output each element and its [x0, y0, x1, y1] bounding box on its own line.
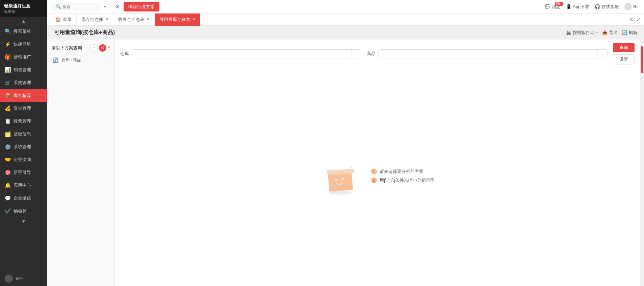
filter-add-btn[interactable]: +: [90, 44, 98, 52]
topbar-search-box[interactable]: 🔍: [53, 3, 100, 10]
tab-receive-summary[interactable]: 收发存汇总表 ✕: [113, 14, 155, 26]
gear-icon[interactable]: ⚙: [115, 3, 120, 10]
inventory-icon: 📦: [5, 93, 11, 99]
service-label: 在线客服: [601, 4, 619, 10]
system-icon: ⚙️: [5, 144, 11, 150]
sidebar-item-label: 新手引导: [14, 170, 31, 176]
sidebar-item-sales[interactable]: 📊 销售管理: [0, 63, 47, 76]
warehouse-label: 仓库: [120, 51, 129, 57]
chevron-down-icon[interactable]: ▾: [596, 30, 598, 35]
sidebar-item-member[interactable]: ✔️ 畅会员: [0, 205, 47, 217]
query-settings-btn[interactable]: 设置: [613, 54, 635, 64]
warehouse-ellipsis-btn[interactable]: ···: [351, 50, 361, 58]
print-btn[interactable]: 🖨️ 按模板打印 ▾: [566, 30, 598, 36]
query-fields: 仓库 ··· 商品 ··· 查询 设置: [115, 40, 640, 68]
filter-collapse-btn[interactable]: «: [108, 44, 110, 52]
sidebar-item-basic[interactable]: 🗂️ 基础信息: [0, 128, 47, 140]
sidebar-item-guide[interactable]: 🎯 新手引导: [0, 166, 47, 179]
page-header: 可用量查询(按仓库+商品) 🖨️ 按模板打印 ▾ 📤 导出 🔄 刷新: [47, 26, 644, 40]
sidebar-item-shortcut[interactable]: ⚡ 快捷导航: [0, 38, 47, 51]
product-input-wrap[interactable]: ···: [378, 49, 608, 58]
refresh-label: 刷新: [628, 30, 637, 36]
sidebar-item-label: 销售管理: [14, 67, 31, 73]
empty-svg: [320, 157, 361, 198]
sidebar-item-search[interactable]: 🔍 搜索菜单: [0, 25, 47, 38]
tab-available-ledger[interactable]: 可用量库存账本 ✕: [155, 14, 200, 26]
sidebar-item-finance[interactable]: 💰 资金管理: [0, 102, 47, 115]
member-icon: ✔️: [5, 208, 11, 214]
sidebar-item-marketing[interactable]: 🎁 营销推广: [0, 51, 47, 63]
chevron-down-icon[interactable]: ▾: [104, 4, 106, 9]
sales-icon: 📊: [5, 67, 11, 73]
filter-item-warehouse-product[interactable]: 🔄 仓库+商品: [47, 54, 114, 66]
tab-batch-account[interactable]: 库存批次账 ✕: [77, 14, 113, 26]
sidebar-item-label: 搜索菜单: [14, 28, 31, 34]
sidebar-item-label: 资金管理: [14, 105, 31, 111]
sidebar-item-enterprise[interactable]: 🤝 企业协同: [0, 153, 47, 166]
warehouse-input[interactable]: [132, 50, 351, 58]
sidebar-item-system[interactable]: ⚙️ 系统管理: [0, 140, 47, 153]
sidebar-item-apps[interactable]: 🔔 应用中心: [0, 179, 47, 192]
page-title: 可用量查询(按仓库+商品): [54, 29, 115, 36]
step1-num: 1: [371, 168, 377, 175]
marketing-icon: 🎁: [5, 54, 11, 60]
online-service-btn[interactable]: 🎧 在线客服: [595, 4, 619, 10]
trial-btn[interactable]: 体验行业方案: [124, 2, 159, 11]
scroll-thumb[interactable]: [641, 46, 643, 73]
tab-close-btn[interactable]: ✕: [629, 16, 634, 23]
apps-icon: 🔔: [5, 182, 11, 188]
right-scrollbar[interactable]: [640, 40, 644, 286]
message-badge: 99+: [555, 2, 563, 6]
warehouse-input-wrap[interactable]: ···: [132, 49, 361, 58]
tab-receive-summary-label: 收发存汇总表: [118, 17, 145, 23]
empty-text: 1 请先选择要分析的方案 2 用[过滤]条件来缩小分析范围: [371, 168, 435, 186]
user-menu-btn[interactable]: Rit: [624, 3, 639, 10]
print-label: 按模板打印: [573, 30, 595, 36]
export-label: 导出: [609, 30, 618, 36]
sidebar-item-wechat[interactable]: 💬 企业微信: [0, 192, 47, 205]
tab-batch-account-label: 库存批次账: [81, 17, 103, 23]
product-ellipsis-btn[interactable]: ···: [597, 50, 607, 58]
export-icon: 📤: [602, 30, 608, 35]
topbar: 🔍 ▾ ⚙ 体验行业方案 💬 消息 99+ 📱 App下载 🎧 在线客服 Ri: [47, 0, 644, 14]
query-search-btn[interactable]: 查询: [613, 43, 635, 52]
tab-available-ledger-close[interactable]: ✕: [192, 17, 195, 22]
purchase-icon: 🛒: [5, 80, 11, 86]
tab-available-ledger-label: 可用量库存账本: [159, 17, 190, 23]
sidebar-item-inventory[interactable]: 📦 库存核算: [0, 89, 47, 102]
tab-expand-btn[interactable]: ⤢: [636, 16, 641, 23]
sidebar-item-label: 库存核算: [14, 93, 31, 99]
sidebar-item-purchase[interactable]: 🛒 采购管理: [0, 76, 47, 89]
filter-sidebar: 按以下方案查询 + ⚙ « 🔄 仓库+商品: [47, 40, 115, 286]
settings-icon: ⚙: [101, 46, 105, 50]
message-icon: 💬: [545, 4, 550, 9]
product-input[interactable]: [379, 50, 598, 58]
app-subtitle: 标准版: [4, 9, 43, 14]
filter-header-actions: + ⚙ «: [90, 44, 110, 52]
scroll-up-btn[interactable]: ▲: [0, 17, 47, 25]
tab-batch-account-close[interactable]: ✕: [105, 17, 108, 22]
export-btn[interactable]: 📤 导出: [602, 30, 618, 36]
search-input[interactable]: [62, 4, 96, 9]
scroll-down-btn[interactable]: ▼: [0, 217, 47, 225]
product-label: 商品: [367, 51, 376, 57]
app-icon: 📱: [566, 4, 571, 9]
sidebar-item-label: 基础信息: [14, 131, 31, 137]
tab-home[interactable]: 🏠 首页: [51, 14, 77, 26]
filter-settings-btn[interactable]: ⚙: [99, 44, 106, 52]
sidebar-footer: 账号: [0, 271, 47, 286]
refresh-btn[interactable]: 🔄 刷新: [622, 30, 637, 36]
app-download-btn[interactable]: 📱 App下载: [566, 4, 589, 10]
user-avatar: [5, 275, 13, 283]
sidebar: 畅康通好生意 标准版 ▲ 🔍 搜索菜单 ⚡ 快捷导航 🎁 营销推广 📊 销售管理…: [0, 0, 47, 286]
tab-receive-summary-close[interactable]: ✕: [147, 17, 150, 22]
print-icon: 🖨️: [566, 30, 571, 35]
operation-icon: 📋: [5, 118, 11, 124]
sidebar-item-label: 采购管理: [14, 80, 31, 86]
step2-num: 2: [371, 177, 377, 183]
sidebar-item-operation[interactable]: 📋 经营管理: [0, 115, 47, 128]
home-icon: 🏠: [55, 17, 61, 22]
tabs-actions: ✕ ⤢: [629, 16, 641, 23]
query-area: 仓库 ··· 商品 ··· 查询 设置: [115, 40, 640, 286]
message-btn[interactable]: 💬 消息 99+: [545, 4, 561, 10]
